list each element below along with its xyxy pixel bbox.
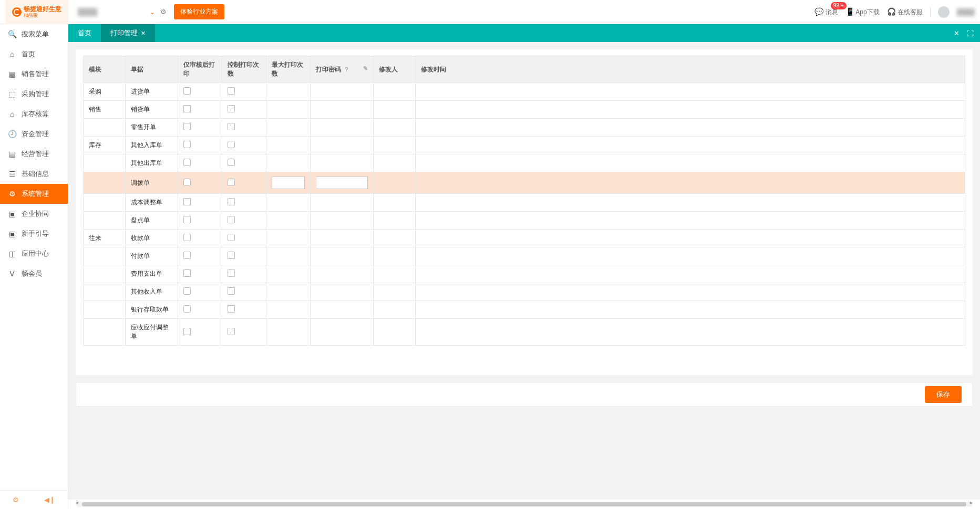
nav-sales[interactable]: ▤销售管理 [0,64,68,84]
tab-close-all-icon[interactable]: ✕ [954,29,960,37]
nav-search[interactable]: 🔍搜索菜单 [0,24,68,44]
table-row[interactable]: 付款单 [84,247,965,265]
table-row[interactable]: 销售销货单 [84,101,965,119]
table-row[interactable]: 往来收款单 [84,230,965,247]
audit-only-checkbox[interactable] [183,198,191,205]
audit-only-checkbox[interactable] [183,105,191,112]
cell-audit [178,265,222,283]
cell-module [84,172,126,194]
nav-inventory[interactable]: ⌂库存核算 [0,104,68,124]
fullscreen-icon[interactable]: ⛶ [967,29,974,37]
cell-time [416,154,965,172]
nav-operations[interactable]: ▤经营管理 [0,144,68,164]
settings-icon[interactable]: ⚙ [160,8,167,16]
cell-time [416,194,965,212]
limit-count-checkbox[interactable] [228,87,235,95]
nav-search-label: 搜索菜单 [22,29,49,39]
table-row[interactable]: 采购进货单 [84,83,965,101]
collapse-icon[interactable]: ◀❙ [44,496,55,504]
limit-count-checkbox[interactable] [228,216,235,223]
limit-count-checkbox[interactable] [228,198,235,205]
audit-only-checkbox[interactable] [183,234,191,241]
table-row[interactable]: 银行存取款单 [84,301,965,319]
audit-only-checkbox[interactable] [183,87,191,95]
limit-count-checkbox[interactable] [228,269,235,277]
brand-logo[interactable]: 畅捷通好生意 精品版 [5,0,68,24]
limit-count-checkbox[interactable] [228,123,235,130]
nav-home[interactable]: ⌂首页 [0,44,68,64]
close-icon[interactable]: ✕ [141,30,146,37]
avatar[interactable] [938,6,950,18]
save-button[interactable]: 保存 [925,386,962,403]
edit-icon[interactable]: ✎ [363,65,368,72]
nav-appcenter[interactable]: ◫应用中心 [0,244,68,264]
cell-audit [178,194,222,212]
tenant-selector-label[interactable]: ████ [78,8,97,16]
limit-count-checkbox[interactable] [228,141,235,148]
chevron-down-icon[interactable]: ⌄ [150,8,155,16]
table-row[interactable]: 盘点单 [84,212,965,230]
gear-icon[interactable]: ⚙ [13,496,19,504]
cell-password [311,301,374,319]
audit-only-checkbox[interactable] [183,141,191,148]
messages-link[interactable]: 💬 消息 [814,7,838,17]
nav-guide[interactable]: ▣新手引导 [0,224,68,244]
topbar-right: 💬 消息 📱 App下载 🎧 在线客服 ████ [814,6,975,18]
nav-purchase[interactable]: ⬚采购管理 [0,84,68,104]
audit-only-checkbox[interactable] [183,305,191,313]
nav-inventory-icon: ⌂ [8,110,16,118]
table-row[interactable]: 应收应付调整单 [84,319,965,346]
nav-guide-label: 新手引导 [22,229,49,238]
print-password-input[interactable] [316,176,368,189]
nav-member[interactable]: V畅会员 [0,264,68,284]
cell-modifier [374,154,416,172]
limit-count-checkbox[interactable] [228,328,235,335]
limit-count-checkbox[interactable] [228,234,235,241]
limit-count-checkbox[interactable] [228,287,235,295]
audit-only-checkbox[interactable] [183,179,191,186]
tab-home[interactable]: 首页 [68,24,101,42]
tab-print-management[interactable]: 打印管理 ✕ [101,24,155,42]
cell-limit [222,265,266,283]
cell-modifier [374,119,416,137]
audit-only-checkbox[interactable] [183,252,191,259]
table-row[interactable]: 库存其他入库单 [84,137,965,154]
limit-count-checkbox[interactable] [228,179,235,186]
nav-basedata[interactable]: ☰基础信息 [0,164,68,184]
help-icon[interactable]: ? [345,66,348,72]
audit-only-checkbox[interactable] [183,328,191,335]
table-row[interactable]: 零售开单 [84,119,965,137]
nav-funds[interactable]: 🕘资金管理 [0,124,68,144]
horizontal-scrollbar[interactable] [76,502,973,507]
limit-count-checkbox[interactable] [228,305,235,313]
app-download-link[interactable]: 📱 App下载 [845,7,880,17]
cell-max [266,101,311,119]
support-link[interactable]: 🎧 在线客服 [887,7,923,17]
user-name[interactable]: ████ [957,8,975,16]
table-row[interactable]: 其他出库单 [84,154,965,172]
cell-limit [222,83,266,101]
cell-limit [222,283,266,301]
audit-only-checkbox[interactable] [183,216,191,223]
cell-doc: 销货单 [126,101,178,119]
industry-plan-button[interactable]: 体验行业方案 [174,4,224,19]
limit-count-checkbox[interactable] [228,252,235,259]
limit-count-checkbox[interactable] [228,105,235,112]
nav-system[interactable]: ⚙系统管理 [0,184,68,204]
nav-guide-icon: ▣ [8,230,16,238]
table-row[interactable]: 调拨单 [84,172,965,194]
cell-module [84,265,126,283]
audit-only-checkbox[interactable] [183,287,191,295]
max-print-input[interactable] [272,176,305,189]
nav-sales-label: 销售管理 [22,69,49,79]
audit-only-checkbox[interactable] [183,123,191,130]
table-row[interactable]: 费用支出单 [84,265,965,283]
table-row[interactable]: 其他收入单 [84,283,965,301]
audit-only-checkbox[interactable] [183,269,191,277]
limit-count-checkbox[interactable] [228,159,235,166]
cell-password [311,283,374,301]
table-row[interactable]: 成本调整单 [84,194,965,212]
cell-doc: 进货单 [126,83,178,101]
nav-collab[interactable]: ▣企业协同 [0,204,68,224]
audit-only-checkbox[interactable] [183,159,191,166]
